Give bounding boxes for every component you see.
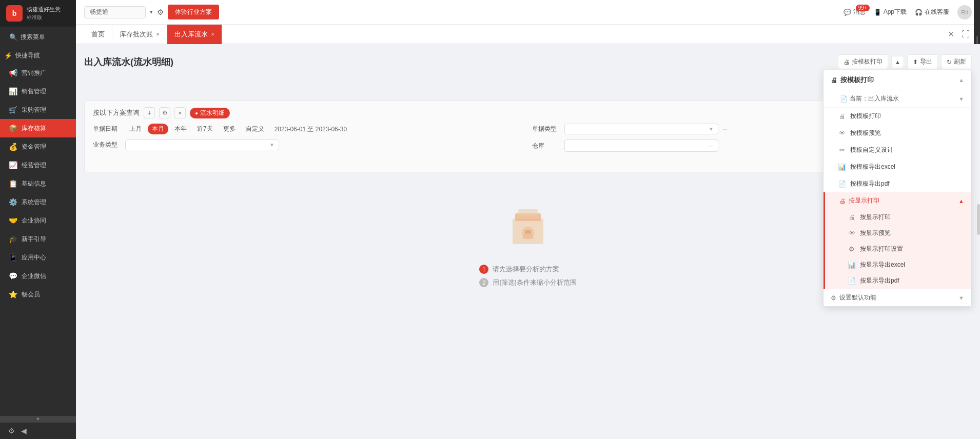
date-custom[interactable]: 自定义 [242,124,268,134]
sidebar-search[interactable]: 🔍 搜索菜单 [0,27,76,48]
display-export-excel-btn[interactable]: 📊 按显示导出excel [825,257,971,273]
biztype-label: 业务类型 [93,141,121,149]
sidebar-settings-btn[interactable]: ⚙ [8,427,15,435]
print-panel-header: 🖨 按模板打印 ▲ [824,70,971,90]
svg-rect-2 [518,209,538,215]
sidebar-scroll-arrow-down[interactable]: ▼ [0,416,76,422]
tab-inout-flow-close[interactable]: × [211,31,214,38]
arrow-down-icon: ▼ [36,416,41,422]
trial-btn[interactable]: 体验行业方案 [168,5,219,19]
biztype-caret-icon: ▼ [269,142,275,148]
sidebar-item-guide[interactable]: 🎓 新手引导 [0,230,76,248]
toolbar-area: 🖨 按模板打印 ▲ ⬆ 导出 ↻ 刷新 [838,50,972,73]
topbar-gear-icon[interactable]: ⚙ [157,8,164,17]
template-export-pdf-btn[interactable]: 📄 按模板导出pdf [824,175,971,192]
template-preview-btn[interactable]: 👁 按模板预览 [824,125,971,142]
date-last7days[interactable]: 近7天 [193,124,217,134]
user-avatar: Rit [957,5,972,19]
sidebar-item-purchase[interactable]: 🛒 采购管理 [0,101,76,119]
tab-home[interactable]: 首页 [84,25,112,44]
biztype-select[interactable]: ▼ [125,139,279,150]
sidebar-item-appcenter[interactable]: 📱 应用中心 [0,248,76,267]
refresh-btn[interactable]: ↻ 刷新 [941,54,972,69]
print-panel-footer[interactable]: ⚙ 设置默认功能 ▼ [824,289,971,306]
sidebar-item-wechat[interactable]: 💬 企业微信 [0,267,76,285]
print-dropdown-btn[interactable]: ▲ [891,56,904,68]
quick-nav-icon: ⚡ [4,52,12,59]
template-print-btn[interactable]: 🖨 按模板打印 [824,108,971,125]
filter-biztype-field: 业务类型 ▼ [93,139,524,150]
topbar-app-download[interactable]: 📱 App下载 [874,8,907,16]
doctype-more-icon[interactable]: ··· [722,126,728,133]
display-section-collapse-icon: ▲ [958,198,964,204]
quick-nav-item[interactable]: ⚡ 快捷导航 [0,48,76,64]
message-icon: 💬 [844,9,851,16]
topbar-customer-service[interactable]: 🎧 在线客服 [915,8,949,16]
logo-text: 畅捷通好生意 [27,6,61,13]
sidebar-item-system[interactable]: ⚙️ 系统管理 [0,193,76,211]
tab-batch-account[interactable]: 库存批次账 × [112,25,167,44]
display-export-pdf-btn[interactable]: 📄 按显示导出pdf [825,273,971,289]
print-panel-title: 🖨 按模板打印 [831,75,874,85]
page-title: 出入库流水(流水明细) [84,56,173,68]
template-custom-icon: ✏ [838,146,846,154]
printer-icon: 🖨 [831,76,837,84]
right-scroll-indicator[interactable] [977,204,980,235]
filter-collapse-btn[interactable]: « [174,107,186,118]
finance-icon: 💰 [8,142,17,151]
warehouse-more-icon[interactable]: ··· [709,142,714,149]
topbar-message[interactable]: 💬 消息 99+ [844,8,866,16]
topbar-search-input[interactable] [84,6,146,18]
date-current-year[interactable]: 本年 [170,124,191,134]
tab-inout-flow[interactable]: 出入库流水 × [167,25,222,44]
display-print-btn[interactable]: 🖨 按显示打印 [825,209,971,225]
empty-illustration [502,203,554,254]
sidebar-item-member[interactable]: ⭐ 畅会员 [0,285,76,304]
sidebar-item-finance[interactable]: 💰 资金管理 [0,137,76,156]
appcenter-icon: 📱 [8,253,17,262]
doctype-caret-icon: ▼ [709,126,714,132]
filter-label: 按以下方案查询 [93,108,140,117]
sidebar-item-base[interactable]: 📋 基础信息 [0,174,76,193]
display-preview-btn[interactable]: 👁 按显示预览 [825,225,971,241]
tab-batch-account-close[interactable]: × [156,31,160,38]
panel-scroll-up-icon[interactable]: ▲ [958,77,964,83]
date-last-month[interactable]: 上月 [125,124,146,134]
print-panel-display-section: 🖨 按显示打印 ▲ 🖨 按显示打印 👁 按显 [824,192,971,289]
display-print-settings-btn[interactable]: ⚙ 按显示打印设置 [825,241,971,257]
template-export-excel-btn[interactable]: 📊 按模板导出excel [824,158,971,175]
sidebar-item-sales[interactable]: 📊 销售管理 [0,82,76,101]
sidebar-item-operation[interactable]: 📈 经营管理 [0,156,76,174]
topbar: ▾ ⚙ 体验行业方案 💬 消息 99+ 📱 App下载 🎧 在线客服 Rit [76,0,980,25]
phone-icon: 📱 [874,9,881,16]
filter-settings-btn[interactable]: ⚙ [159,107,170,118]
filter-add-btn[interactable]: + [144,107,155,118]
wechat-icon: 💬 [8,271,17,281]
template-custom-btn[interactable]: ✏ 模板自定义设计 [824,142,971,158]
date-current-month[interactable]: 本月 [148,124,168,134]
display-print-header[interactable]: 🖨 按显示打印 ▲ [825,192,971,209]
search-menu-item[interactable]: 🔍 搜索菜单 [5,30,71,45]
maximize-tab-btn[interactable]: ⛶ [959,28,972,40]
print-panel-current: 📄 当前：出入库流水 ▼ [824,90,971,108]
sidebar-item-marketing[interactable]: 📢 营销推广 [0,64,76,82]
topbar-right: 💬 消息 99+ 📱 App下载 🎧 在线客服 Rit [844,5,972,19]
topbar-user[interactable]: Rit [957,5,972,19]
headset-icon: 🎧 [915,9,923,16]
doctype-select[interactable]: ▼ [564,124,718,134]
date-more[interactable]: 更多 [219,124,240,134]
topbar-dropdown-icon[interactable]: ▾ [150,9,153,15]
close-all-tabs-btn[interactable]: ✕ [946,28,956,40]
marketing-icon: 📢 [8,68,17,77]
sidebar-item-inventory[interactable]: 📦 库存核算 [0,119,76,137]
sidebar-item-collab[interactable]: 🤝 企业协同 [0,211,76,230]
template-excel-icon: 📊 [838,163,846,171]
sidebar: b 畅捷通好生意 标准版 🔍 搜索菜单 ⚡ 快捷导航 📢 营销推广 📊 销售管理… [0,0,76,439]
sidebar-collapse-btn[interactable]: ◀ [21,427,27,435]
display-settings-icon: ⚙ [848,245,856,253]
print-btn[interactable]: 🖨 按模板打印 [838,54,888,69]
template-pdf-icon: 📄 [838,180,846,188]
export-btn[interactable]: ⬆ 导出 [907,54,938,69]
filter-chip[interactable]: ● 流水明细 [190,108,230,118]
warehouse-select[interactable]: ··· [564,139,718,152]
